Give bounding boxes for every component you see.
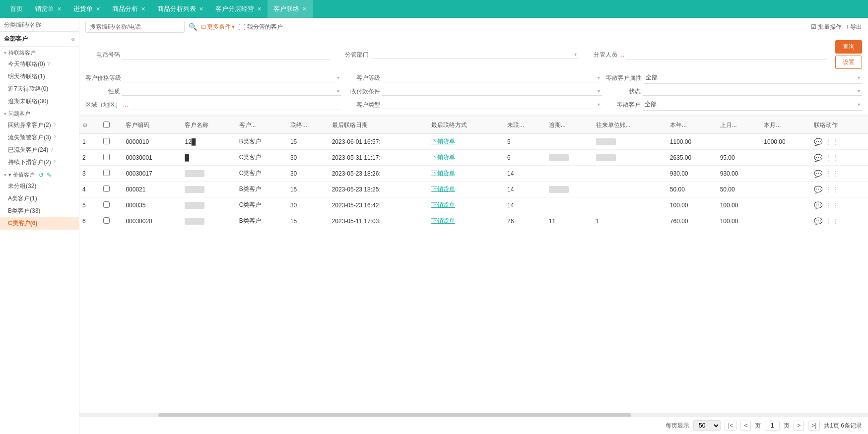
- contact-method-link[interactable]: 下销货单: [431, 154, 455, 161]
- filter-select[interactable]: ▾: [643, 87, 862, 96]
- cell-checkbox[interactable]: [100, 182, 123, 197]
- more-icon[interactable]: ⋮⋮: [825, 186, 839, 193]
- close-tab-icon[interactable]: ✕: [302, 6, 307, 12]
- col-header-uncontacted[interactable]: 未联...: [504, 117, 546, 134]
- cell-last_contact_method[interactable]: 下销货单: [428, 166, 504, 182]
- contact-method-link[interactable]: 下销货单: [431, 217, 455, 224]
- cell-action[interactable]: 💬⋮⋮: [811, 166, 868, 182]
- contact-method-link[interactable]: 下销货单: [431, 138, 455, 145]
- col-header-last_contact_date[interactable]: 最后联络日期: [329, 117, 428, 134]
- nav-item-客户分层经营[interactable]: 客户分层经营✕: [209, 0, 267, 18]
- close-tab-icon[interactable]: ✕: [141, 6, 145, 12]
- chat-icon[interactable]: 💬: [814, 201, 822, 209]
- sidebar-item[interactable]: 逾期未联络(30): [0, 95, 79, 108]
- col-header-this_year[interactable]: 本年...: [667, 117, 717, 134]
- close-tab-icon[interactable]: ✕: [257, 6, 262, 12]
- settings-button[interactable]: 设置: [835, 56, 862, 69]
- contact-method-link[interactable]: 下销货单: [431, 186, 455, 192]
- cell-action[interactable]: 💬⋮⋮: [811, 150, 868, 166]
- cell-action[interactable]: 💬⋮⋮: [811, 197, 868, 213]
- data-table-container[interactable]: ⚙客户编码客户名称客户...联络...最后联络日期最后联络方式未联...逾期..…: [79, 117, 868, 413]
- sidebar-search-input[interactable]: [4, 21, 78, 28]
- sidebar-item[interactable]: 回购异常客户(2)?: [0, 119, 79, 131]
- filter-text-input[interactable]: [626, 50, 827, 60]
- info-icon[interactable]: ?: [47, 62, 50, 67]
- filter-select[interactable]: ▾: [122, 87, 341, 96]
- filter-select[interactable]: 全部▾: [643, 99, 862, 111]
- col-header-gear[interactable]: ⚙: [79, 117, 100, 134]
- close-tab-icon[interactable]: ✕: [96, 6, 100, 12]
- cell-action[interactable]: 💬⋮⋮: [811, 213, 868, 229]
- col-header-code[interactable]: 客户编码: [123, 117, 182, 134]
- filter-dots-button[interactable]: ...: [123, 101, 128, 108]
- sidebar-item[interactable]: A类客户(1): [0, 192, 79, 205]
- contact-method-link[interactable]: 下销货单: [431, 201, 455, 208]
- next-page-button[interactable]: >: [794, 421, 804, 431]
- nav-item-商品分析列表[interactable]: 商品分析列表✕: [151, 0, 209, 18]
- filter-search-input[interactable]: [85, 21, 185, 33]
- col-header-contact_days[interactable]: 联络...: [287, 117, 329, 134]
- filter-select[interactable]: 全部▾: [644, 72, 862, 84]
- col-header-type[interactable]: 客户...: [236, 117, 287, 134]
- col-header-overdue[interactable]: 逾期...: [546, 117, 593, 134]
- row-checkbox[interactable]: [103, 138, 110, 144]
- per-page-select[interactable]: 50 100 200: [693, 420, 721, 431]
- more-icon[interactable]: ⋮⋮: [825, 138, 839, 146]
- info-icon[interactable]: ?: [50, 147, 53, 153]
- col-header-action[interactable]: 联络动作: [811, 117, 868, 134]
- chat-icon[interactable]: 💬: [814, 138, 822, 146]
- cell-checkbox[interactable]: [100, 197, 123, 213]
- cell-action[interactable]: 💬⋮⋮: [811, 134, 868, 150]
- sidebar-item[interactable]: B类客户(33): [0, 205, 79, 217]
- first-page-button[interactable]: |<: [725, 421, 736, 431]
- info-icon[interactable]: ?: [53, 160, 56, 165]
- row-checkbox[interactable]: [103, 201, 110, 208]
- batch-op-button[interactable]: ☑ 批量操作: [811, 23, 842, 31]
- filter-select[interactable]: ▾: [123, 73, 341, 82]
- sidebar-item[interactable]: 今天待联络(0)?: [0, 58, 79, 70]
- cell-checkbox[interactable]: [100, 134, 123, 150]
- more-icon[interactable]: ⋮⋮: [825, 201, 839, 209]
- cell-last_contact_method[interactable]: 下销货单: [428, 150, 504, 166]
- chat-icon[interactable]: 💬: [814, 154, 822, 162]
- horizontal-scrollbar[interactable]: [79, 413, 868, 417]
- sidebar-item[interactable]: 未分组(32): [0, 180, 79, 192]
- info-icon[interactable]: ?: [53, 123, 56, 128]
- all-customers-header[interactable]: 全部客户 «: [0, 32, 79, 47]
- cell-last_contact_method[interactable]: 下销货单: [428, 182, 504, 197]
- sidebar-group-待联络客户[interactable]: 待联络客户: [0, 47, 79, 58]
- col-header-checkbox[interactable]: [100, 117, 123, 134]
- my-customers-check[interactable]: [239, 24, 245, 30]
- nav-item-商品分析[interactable]: 商品分析✕: [106, 0, 151, 18]
- row-checkbox[interactable]: [103, 154, 110, 160]
- more-conditions-button[interactable]: ⊟ 更多条件 ▾: [201, 23, 235, 31]
- chat-icon[interactable]: 💬: [814, 170, 822, 178]
- contact-method-link[interactable]: 下销货单: [431, 170, 455, 177]
- page-input[interactable]: [765, 421, 780, 431]
- sidebar-item[interactable]: 已流失客户(24)?: [0, 144, 79, 156]
- cell-checkbox[interactable]: [100, 166, 123, 182]
- col-header-last_contact_method[interactable]: 最后联络方式: [428, 117, 504, 134]
- sidebar-item[interactable]: 明天待联络(1): [0, 70, 79, 83]
- more-icon[interactable]: ⋮⋮: [825, 217, 839, 225]
- row-checkbox[interactable]: [103, 217, 110, 224]
- filter-select[interactable]: ▾: [371, 50, 579, 59]
- filter-select[interactable]: ▾: [382, 100, 601, 109]
- filter-text-input[interactable]: [130, 100, 341, 110]
- query-button[interactable]: 查询: [835, 40, 862, 54]
- filter-text-input[interactable]: [122, 50, 330, 60]
- sidebar-item[interactable]: C类客户(6): [0, 217, 79, 230]
- col-header-unit_account[interactable]: 往来单位账...: [593, 117, 667, 134]
- nav-item-客户联络[interactable]: 客户联络✕: [267, 0, 313, 18]
- nav-item-首页[interactable]: 首页: [4, 0, 29, 18]
- last-page-button[interactable]: >|: [808, 421, 820, 431]
- nav-item-销货单[interactable]: 销货单✕: [29, 0, 67, 18]
- chat-icon[interactable]: 💬: [814, 186, 822, 193]
- filter-dots-button[interactable]: ...: [619, 51, 624, 58]
- sidebar-item[interactable]: 近7天待联络(0): [0, 83, 79, 95]
- cell-last_contact_method[interactable]: 下销货单: [428, 197, 504, 213]
- info-icon[interactable]: ?: [53, 135, 56, 140]
- cell-checkbox[interactable]: [100, 213, 123, 229]
- col-header-name[interactable]: 客户名称: [182, 117, 236, 134]
- gear-icon[interactable]: ⚙: [82, 122, 88, 129]
